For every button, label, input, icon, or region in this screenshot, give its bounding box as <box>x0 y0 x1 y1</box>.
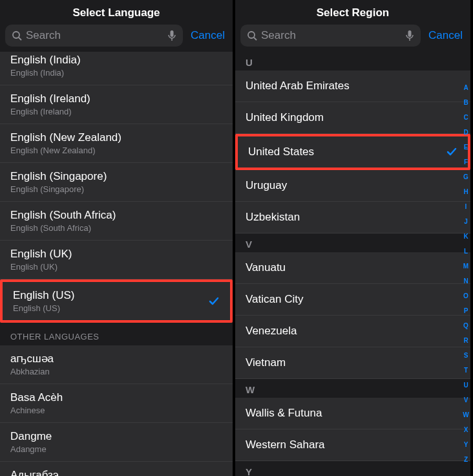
list-item[interactable]: English (South Africa)English (South Afr… <box>0 202 233 241</box>
item-subtitle: Achinese <box>10 406 222 416</box>
list-item[interactable]: Western Sahara <box>235 429 470 461</box>
item-subtitle: English (South Africa) <box>10 223 222 233</box>
index-letter[interactable]: Y <box>464 441 468 449</box>
cancel-button[interactable]: Cancel <box>426 29 465 42</box>
list-item[interactable]: Vietnam <box>235 347 470 379</box>
index-letter[interactable]: A <box>463 84 468 92</box>
index-letter[interactable]: L <box>464 248 468 255</box>
index-letter[interactable]: U <box>463 382 468 389</box>
index-letter[interactable]: G <box>463 173 468 181</box>
search-box[interactable] <box>240 25 421 47</box>
svg-line-5 <box>254 38 257 40</box>
alpha-index[interactable]: ABCDEFGHIJKLMNOPQRSTUVWXYZ <box>461 78 470 470</box>
mic-icon[interactable] <box>167 30 176 41</box>
item-title: Basa Acèh <box>10 391 222 405</box>
index-letter[interactable]: D <box>463 129 468 136</box>
page-title: Select Region <box>235 0 470 25</box>
index-letter[interactable]: W <box>463 411 468 419</box>
search-input[interactable] <box>26 29 163 42</box>
list-item[interactable]: United Kingdom <box>235 102 470 134</box>
search-icon <box>12 30 22 41</box>
list-item[interactable]: Vanuatu <box>235 252 470 284</box>
list-item[interactable]: аҧсшәаAbkhazian <box>0 345 233 384</box>
list-item[interactable]: English (UK)English (UK) <box>0 241 233 279</box>
index-letter[interactable]: F <box>464 158 468 166</box>
list-item[interactable]: English (Singapore)English (Singapore) <box>0 163 233 202</box>
item-title: United States <box>248 145 457 159</box>
item-title: Vatican City <box>246 292 460 307</box>
index-letter[interactable]: H <box>463 188 468 196</box>
item-subtitle: English (US) <box>13 303 220 314</box>
item-title: English (US) <box>13 288 220 303</box>
list-item[interactable]: English (New Zealand)English (New Zealan… <box>0 124 233 163</box>
list-item[interactable]: Uzbekistan <box>235 202 470 233</box>
region-list[interactable]: U United Arab EmiratesUnited KingdomUnit… <box>235 52 470 476</box>
item-title: Wallis & Futuna <box>246 406 460 420</box>
list-item[interactable]: DangmeAdangme <box>0 423 233 462</box>
search-input[interactable] <box>261 29 401 42</box>
index-letter[interactable]: O <box>463 292 468 300</box>
item-title: English (New Zealand) <box>10 131 222 145</box>
index-letter[interactable]: B <box>463 99 468 107</box>
index-letter[interactable]: C <box>463 114 468 122</box>
svg-line-1 <box>19 38 21 40</box>
search-box[interactable] <box>5 25 183 47</box>
index-letter[interactable]: R <box>463 337 468 345</box>
index-letter[interactable]: S <box>464 352 468 360</box>
list-item[interactable]: Venezuela <box>235 316 470 347</box>
mic-icon[interactable] <box>405 30 414 41</box>
index-letter[interactable]: Q <box>463 322 468 330</box>
cancel-button[interactable]: Cancel <box>188 29 227 42</box>
list-item[interactable]: English (US)English (US) <box>0 279 233 323</box>
index-letter[interactable]: Z <box>464 456 468 464</box>
item-subtitle: English (Singapore) <box>10 184 222 195</box>
list-item[interactable]: Uruguay <box>235 170 470 202</box>
section-letter-w: W <box>235 379 470 398</box>
list-item[interactable]: United Arab Emirates <box>235 70 470 102</box>
item-title: English (UK) <box>10 247 222 261</box>
item-subtitle: English (Ireland) <box>10 107 222 117</box>
item-subtitle: English (India) <box>10 68 222 78</box>
index-letter[interactable]: N <box>463 277 468 285</box>
index-letter[interactable]: X <box>464 426 468 434</box>
item-title: English (Singapore) <box>10 169 222 184</box>
list-item[interactable]: Wallis & Futuna <box>235 398 470 429</box>
index-letter[interactable]: E <box>464 144 468 151</box>
index-letter[interactable]: P <box>464 307 468 315</box>
section-letter-v: V <box>235 233 470 252</box>
index-letter[interactable]: J <box>464 218 468 226</box>
section-letter-y: Y <box>235 461 470 476</box>
index-letter[interactable]: T <box>464 367 468 374</box>
index-letter[interactable]: V <box>464 396 468 404</box>
page-title: Select Language <box>0 0 233 25</box>
item-title: English (Ireland) <box>10 92 222 106</box>
index-letter[interactable]: M <box>463 263 468 270</box>
item-title: English (India) <box>10 53 222 67</box>
index-letter[interactable]: I <box>465 203 467 211</box>
section-letter-u: U <box>235 52 470 70</box>
list-item[interactable]: English (India)English (India) <box>0 52 233 85</box>
list-item[interactable]: Basa AcèhAchinese <box>0 384 233 423</box>
item-title: Dangme <box>10 429 222 444</box>
check-icon <box>208 296 220 307</box>
svg-rect-6 <box>408 30 412 37</box>
item-title: аҧсшәа <box>10 352 222 366</box>
item-title: Uruguay <box>246 178 460 193</box>
region-pane: Select Region Cancel U United Arab Emira… <box>235 0 470 476</box>
item-title: Vietnam <box>246 356 460 370</box>
item-title: United Kingdom <box>246 111 460 125</box>
svg-rect-2 <box>171 30 174 37</box>
list-item[interactable]: Vatican City <box>235 284 470 316</box>
item-title: Адыгабзэ <box>10 468 222 476</box>
svg-point-4 <box>248 32 255 38</box>
item-title: Venezuela <box>246 324 460 338</box>
language-list[interactable]: English (India)English (India)English (I… <box>0 52 233 476</box>
index-letter[interactable]: K <box>463 233 468 241</box>
item-title: Uzbekistan <box>246 210 460 224</box>
list-item[interactable]: United States <box>235 134 470 170</box>
check-icon <box>446 146 457 158</box>
list-item[interactable]: English (Ireland)English (Ireland) <box>0 85 233 124</box>
search-row: Cancel <box>0 25 233 52</box>
list-item[interactable]: Адыгабзэ <box>0 462 233 476</box>
svg-point-0 <box>13 32 19 38</box>
